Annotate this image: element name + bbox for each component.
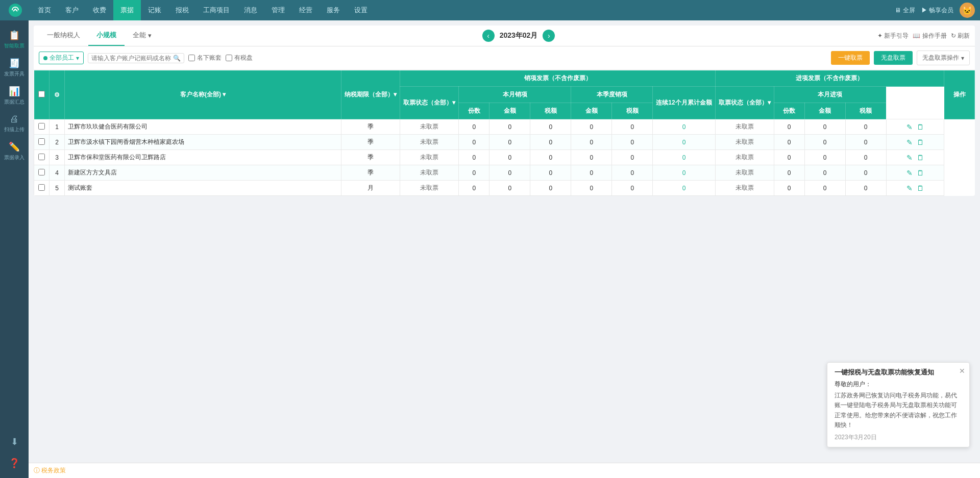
help-icon: ❓ <box>9 458 20 469</box>
consecutive12-link-1[interactable]: 0 <box>682 139 686 146</box>
one-click-invoice-button[interactable]: 一键取票 <box>831 51 870 65</box>
th-quarterly-tax: 税额 <box>612 103 653 119</box>
row-consecutive12-2[interactable]: 0 <box>653 150 715 165</box>
consecutive12-link-3[interactable]: 0 <box>682 169 686 177</box>
nav-message[interactable]: 消息 <box>237 0 264 20</box>
row-purchase-status-1: 未取票 <box>715 135 774 150</box>
consecutive12-link-0[interactable]: 0 <box>682 123 686 131</box>
th-purchase-section: 进项发票（不含作废票） <box>715 70 944 87</box>
nav-management[interactable]: 管理 <box>264 0 292 20</box>
sidebar-download[interactable]: ⬇ <box>9 432 20 451</box>
nav-home[interactable]: 首页 <box>31 0 58 20</box>
edit-action-3[interactable]: ✎ <box>906 169 913 177</box>
vip-btn[interactable]: ▶ 畅享会员 <box>921 6 953 15</box>
row-purchase-amount-3: 0 <box>804 165 845 181</box>
nav-bookkeeping[interactable]: 记账 <box>141 0 168 20</box>
detail-action-2[interactable]: 🗒 <box>917 154 924 162</box>
th-customer[interactable]: 客户名称(全部) ▾ <box>65 70 341 119</box>
select-all-checkbox[interactable] <box>38 91 45 97</box>
row-purchase-tax-2: 0 <box>845 150 886 165</box>
row-consecutive12-4[interactable]: 0 <box>653 181 715 196</box>
search-input[interactable] <box>91 55 173 62</box>
my-accounts-checkbox[interactable] <box>188 55 195 61</box>
nav-settings[interactable]: 设置 <box>347 0 375 20</box>
sidebar-item-smart-invoice[interactable]: 📋 智能取票 <box>0 26 29 54</box>
edit-action-1[interactable]: ✎ <box>906 138 913 146</box>
th-checkbox <box>34 70 50 119</box>
invoice-summary-icon: 📊 <box>9 86 20 97</box>
sidebar-help[interactable]: ❓ <box>9 454 20 473</box>
row-checkbox-2[interactable] <box>34 150 50 165</box>
tax-policy-link[interactable]: ⓘ 税务政策 <box>34 466 66 475</box>
notification-close-button[interactable]: ✕ <box>959 367 965 375</box>
fullscreen-btn[interactable]: 🖥 全屏 <box>895 6 915 15</box>
row-actions-1: ✎ 🗒 <box>886 135 944 150</box>
edit-action-0[interactable]: ✎ <box>906 123 913 131</box>
manual-link[interactable]: 📖 操作手册 <box>913 32 946 40</box>
th-sales-status[interactable]: 取票状态（全部）▾ <box>400 87 459 119</box>
row-checkbox-1[interactable] <box>34 135 50 150</box>
tab-all[interactable]: 全能 ▾ <box>125 26 160 46</box>
sidebar-bottom: ⬇ ❓ <box>9 432 20 478</box>
th-purchase-status[interactable]: 取票状态（全部）▾ <box>715 87 774 119</box>
row-customer-3: 新建区方方文具店 <box>65 165 341 181</box>
top-navigation: 首页 客户 收费 票据 记账 报税 工商项目 消息 管理 经营 服务 设置 🖥 … <box>0 0 980 20</box>
row-checkbox-3[interactable] <box>34 165 50 181</box>
detail-action-0[interactable]: 🗒 <box>917 123 924 131</box>
invoice-table-wrapper: ⚙ 客户名称(全部) ▾ 纳税期限（全部）▾ 销项发票（不含作废票） 进项发票（… <box>34 70 975 196</box>
more-actions-button[interactable]: 无盘取票操作 ▾ <box>917 51 970 65</box>
nav-invoice[interactable]: 票据 <box>113 0 141 20</box>
row-purchase-tax-1: 0 <box>845 135 886 150</box>
search-icon[interactable]: 🔍 <box>173 55 181 62</box>
table-row: 3 卫辉市保和堂医药有限公司卫辉路店 季 未取票 0 0 0 0 0 0 未取票… <box>34 150 975 165</box>
row-actions-3: ✎ 🗒 <box>886 165 944 181</box>
row-consecutive12-1[interactable]: 0 <box>653 135 715 150</box>
consecutive12-link-4[interactable]: 0 <box>682 185 686 192</box>
nav-customer[interactable]: 客户 <box>58 0 86 20</box>
tab-small-scale[interactable]: 小规模 <box>88 26 125 46</box>
user-avatar[interactable]: 🐱 <box>960 3 975 18</box>
row-purchase-count-3: 0 <box>774 165 804 181</box>
edit-action-4[interactable]: ✎ <box>906 184 913 192</box>
th-purchase-tax: 税额 <box>845 103 886 119</box>
detail-action-3[interactable]: 🗒 <box>917 169 924 177</box>
detail-action-1[interactable]: 🗒 <box>917 138 924 146</box>
row-actions-0: ✎ 🗒 <box>886 119 944 135</box>
th-purchase-count: 份数 <box>774 103 804 119</box>
tab-all-label: 全能 <box>133 31 146 40</box>
has-disk-checkbox[interactable] <box>226 55 232 61</box>
row-customer-0: 卫辉市玖玖健合医药有限公司 <box>65 119 341 135</box>
row-checkbox-4[interactable] <box>34 181 50 196</box>
sidebar-item-invoice-summary[interactable]: 📊 票据汇总 <box>0 82 29 110</box>
nav-fee[interactable]: 收费 <box>86 0 113 20</box>
prev-period-button[interactable]: ‹ <box>482 30 495 42</box>
row-sales-status-3: 未取票 <box>400 165 459 181</box>
row-consecutive12-3[interactable]: 0 <box>653 165 715 181</box>
detail-action-4[interactable]: 🗒 <box>917 184 924 192</box>
no-disk-invoice-button[interactable]: 无盘取票 <box>874 51 913 65</box>
row-monthly-tax-1: 0 <box>530 135 571 150</box>
nav-operation[interactable]: 经营 <box>292 0 320 20</box>
edit-action-2[interactable]: ✎ <box>906 154 913 162</box>
guide-link[interactable]: ✦ 新手引导 <box>877 32 909 40</box>
nav-business[interactable]: 工商项目 <box>196 0 237 20</box>
tab-general-taxpayer[interactable]: 一般纳税人 <box>39 26 88 46</box>
nav-tax[interactable]: 报税 <box>168 0 196 20</box>
row-checkbox-0[interactable] <box>34 119 50 135</box>
notification-title: 一键报税与无盘取票功能恢复通知 <box>835 368 962 377</box>
consecutive12-link-2[interactable]: 0 <box>682 154 686 161</box>
sidebar-item-invoice-entry[interactable]: ✏️ 票据录入 <box>0 137 29 165</box>
row-consecutive12-0[interactable]: 0 <box>653 119 715 135</box>
th-settings[interactable]: ⚙ <box>50 70 65 119</box>
nav-service[interactable]: 服务 <box>320 0 347 20</box>
sidebar-item-scan-upload[interactable]: 🖨 扫描上传 <box>0 110 29 137</box>
row-customer-2: 卫辉市保和堂医药有限公司卫辉路店 <box>65 150 341 165</box>
refresh-link[interactable]: ↻ 刷新 <box>951 32 970 40</box>
next-period-button[interactable]: › <box>543 30 555 42</box>
row-purchase-count-0: 0 <box>774 119 804 135</box>
checkbox-my-accounts[interactable]: 名下账套 <box>188 54 222 62</box>
th-tax-period[interactable]: 纳税期限（全部）▾ <box>341 70 400 119</box>
employee-select[interactable]: 全部员工 ▾ <box>39 52 84 64</box>
checkbox-has-disk[interactable]: 有税盘 <box>226 54 253 62</box>
sidebar-item-invoice-issue[interactable]: 🧾 发票开具 <box>0 54 29 82</box>
